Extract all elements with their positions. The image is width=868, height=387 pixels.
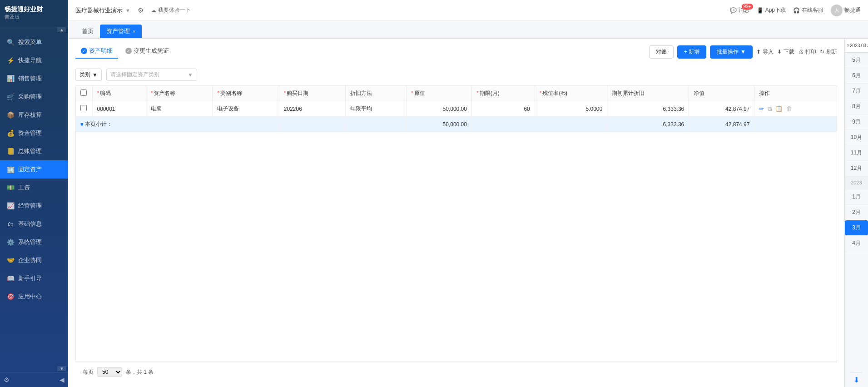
sidebar-item-inventory[interactable]: 📦 库存核算 — [0, 106, 68, 124]
refresh-icon: ↻ — [820, 49, 824, 55]
row-depreciation-method-cell: 年限平均 — [346, 101, 407, 117]
sidebar-item-label-inventory: 库存核算 — [18, 111, 42, 119]
download-label: 下载 — [784, 48, 794, 56]
month-10[interactable]: 10月 — [845, 130, 868, 145]
import-button[interactable]: ⬆ 导入 — [756, 48, 774, 56]
month-2[interactable]: 2月 — [845, 205, 868, 220]
filter-row: 类别 ▼ 请选择固定资产类别 ▼ — [75, 69, 837, 81]
month-11[interactable]: 11月 — [845, 145, 868, 161]
sidebar-item-label-sales: 销售管理 — [18, 74, 42, 83]
sidebar-item-operations[interactable]: 📈 经营管理 — [0, 197, 68, 215]
tab-close-icon[interactable]: × — [133, 29, 135, 34]
sidebar-item-purchase[interactable]: 🛒 采购管理 — [0, 88, 68, 106]
company-selector[interactable]: 医疗器械行业演示 ▼ — [75, 6, 130, 15]
sidebar-item-capital[interactable]: 💰 资金管理 — [0, 124, 68, 142]
sidebar-item-ledger[interactable]: 📒 总账管理 — [0, 142, 68, 160]
sub-tab-change-voucher[interactable]: ✓ 变更生成凭证 — [120, 44, 174, 59]
tab-asset-management[interactable]: 资产管理 × — [100, 25, 142, 38]
month-8[interactable]: 8月 — [845, 99, 868, 114]
print-button[interactable]: 🖨 打印 — [798, 48, 816, 56]
select-all-checkbox[interactable] — [80, 89, 87, 96]
category-value-filter[interactable]: 请选择固定资产类别 ▼ — [106, 69, 197, 81]
col-depreciation-method: 折旧方法 — [346, 86, 407, 101]
sidebar-item-search[interactable]: 🔍 搜索菜单 — [0, 33, 68, 51]
month-12[interactable]: 12月 — [845, 161, 868, 176]
ledger-button[interactable]: 对账 — [649, 45, 674, 59]
sidebar-item-sales[interactable]: 📊 销售管理 — [0, 69, 68, 88]
sub-tab-asset-detail-label: 资产明细 — [89, 47, 113, 55]
sidebar-item-salary[interactable]: 💵 工资 — [0, 179, 68, 197]
message-button[interactable]: 💬 消息 99+ — [730, 6, 749, 14]
topbar-experience-button[interactable]: ☁ 我要体验一下 — [151, 6, 191, 14]
topbar-settings-button[interactable]: ⚙ — [136, 5, 145, 16]
col-name: *资产名称 — [146, 86, 213, 101]
col-actions: 操作 — [754, 86, 837, 101]
row-edit-button[interactable]: ✏ — [759, 105, 764, 112]
right-panel-year: 2023.03 — [850, 43, 866, 48]
per-page-select[interactable]: 50 20 100 200 — [97, 367, 122, 377]
add-button[interactable]: + 新增 — [677, 45, 706, 59]
app-download-button[interactable]: 📱 App下载 — [757, 6, 786, 14]
row-checkbox[interactable] — [80, 105, 87, 111]
month-3-current[interactable]: 3月 — [845, 220, 868, 236]
month-7[interactable]: 7月 — [845, 84, 868, 99]
sidebar-item-basic[interactable]: 🗂 基础信息 — [0, 215, 68, 233]
subtotal-empty2 — [346, 117, 407, 132]
sidebar-item-guide[interactable]: 📖 新手引导 — [0, 269, 68, 288]
right-panel-close-icon[interactable]: × — [847, 42, 850, 49]
message-icon: 💬 — [730, 7, 737, 14]
sidebar-item-appcenter[interactable]: 🎯 应用中心 — [0, 288, 68, 306]
print-icon: 🖨 — [798, 49, 804, 55]
content-area: ✓ 资产明细 ✓ 变更生成凭证 对账 + 新增 批量操作 ▼ — [68, 39, 868, 387]
sidebar-item-label-operations: 经营管理 — [18, 202, 42, 210]
sidebar-item-label-salary: 工资 — [18, 184, 30, 192]
capital-icon: 💰 — [6, 129, 15, 137]
sidebar-item-label-capital: 资金管理 — [18, 129, 42, 137]
calendar-down-arrow[interactable]: ⬇ — [853, 376, 859, 384]
month-5[interactable]: 5月 — [845, 53, 868, 68]
sidebar-item-cooperation[interactable]: 🤝 企业协同 — [0, 251, 68, 269]
sidebar-scroll-area: 🔍 搜索菜单 ⚡ 快捷导航 📊 销售管理 🛒 采购管理 📦 库存核算 💰 资金管… — [0, 33, 68, 365]
month-1[interactable]: 1月 — [845, 189, 868, 205]
batch-button[interactable]: 批量操作 ▼ — [710, 45, 753, 59]
tab-bar: 首页 资产管理 × — [68, 21, 868, 39]
right-panel-expand-icon[interactable]: ⤢ — [866, 42, 868, 49]
sidebar-footer: ⚙ ◀ — [0, 372, 68, 387]
download-button[interactable]: ⬇ 下载 — [777, 48, 794, 56]
subtotal-empty5 — [754, 117, 837, 132]
refresh-button[interactable]: ↻ 刷新 — [820, 48, 837, 56]
subtotal-empty3 — [471, 117, 535, 132]
col-category: *类别名称 — [213, 86, 279, 101]
sidebar-item-quicknav[interactable]: ⚡ 快捷导航 — [0, 51, 68, 69]
sidebar-settings-icon[interactable]: ⚙ — [4, 376, 10, 383]
row-name-cell: 电脑 — [146, 101, 213, 117]
month-6[interactable]: 6月 — [845, 68, 868, 84]
category-filter[interactable]: 类别 ▼ — [75, 69, 102, 81]
user-button[interactable]: 人 畅捷通 — [831, 5, 861, 16]
sub-tab-asset-detail[interactable]: ✓ 资产明细 — [75, 44, 118, 59]
sidebar-scroll-down[interactable]: ▼ — [57, 366, 66, 371]
row-delete-button[interactable]: 🗑 — [786, 105, 792, 112]
total-label: 条，共 1 条 — [126, 368, 154, 376]
subtotal-label: 本页小计： — [85, 121, 112, 127]
subtotal-original-value: 50,000.00 — [406, 117, 471, 132]
system-icon: ⚙️ — [6, 238, 15, 246]
sidebar-item-fixedassets[interactable]: 🏢 固定资产 — [0, 160, 68, 179]
right-panel: × 2023.03 ⤢ 5月 6月 7月 8月 9月 10月 11月 12月 2… — [844, 39, 868, 387]
row-export-button[interactable]: 📋 — [775, 105, 783, 112]
sidebar-item-label-appcenter: 应用中心 — [18, 293, 42, 301]
row-net-value-cell: 42,874.97 — [689, 101, 754, 117]
sales-icon: 📊 — [6, 75, 15, 82]
row-actions: ✏ ⧉ 📋 🗑 — [759, 105, 832, 113]
month-9[interactable]: 9月 — [845, 114, 868, 130]
tab-home[interactable]: 首页 — [75, 25, 100, 38]
subtotal-initial-depreciation: 6,333.36 — [607, 117, 689, 132]
sidebar-collapse-icon[interactable]: ◀ — [60, 376, 64, 383]
row-copy-button[interactable]: ⧉ — [768, 105, 772, 113]
sidebar-item-system[interactable]: ⚙️ 系统管理 — [0, 233, 68, 251]
salary-icon: 💵 — [6, 184, 15, 191]
month-4[interactable]: 4月 — [845, 236, 868, 251]
service-button[interactable]: 🎧 在线客服 — [793, 6, 823, 14]
sidebar-scroll-up[interactable]: ▲ — [57, 27, 66, 32]
right-panel-footer: ⬇ — [851, 372, 862, 387]
